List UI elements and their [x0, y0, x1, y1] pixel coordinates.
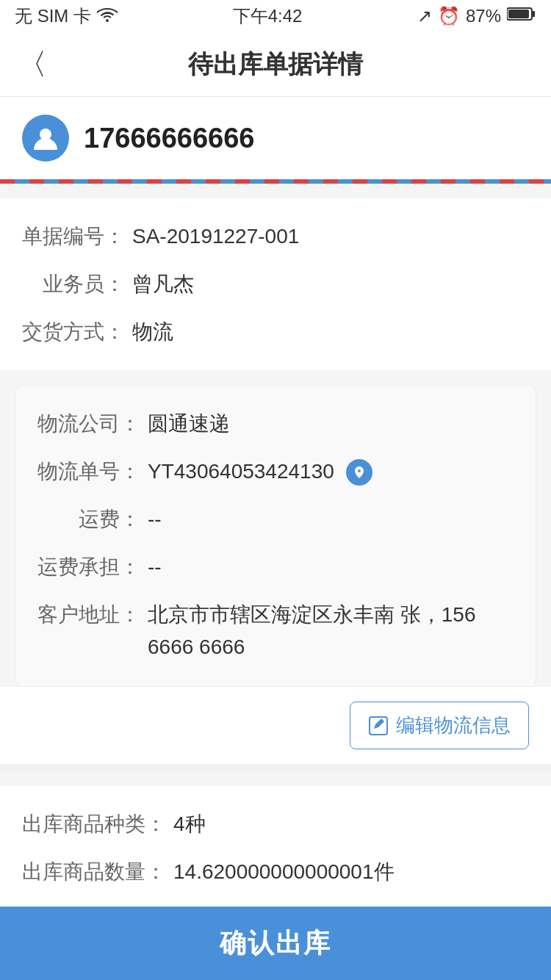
nav-bar: 〈 待出库单据详情: [0, 32, 551, 97]
tracking-no-label: 物流单号：: [37, 455, 140, 489]
address-value: 北京市市辖区海淀区永丰南 张，156 6666 6666: [148, 599, 514, 665]
salesperson-label: 业务员：: [22, 268, 125, 301]
edit-logistics-btn-wrapper: 编辑物流信息: [0, 687, 551, 764]
quantity-value: 14.620000000000001件: [173, 856, 529, 889]
separator-1: [0, 764, 551, 771]
edit-logistics-button[interactable]: 编辑物流信息: [350, 702, 529, 749]
address-row: 客户地址： 北京市市辖区海淀区永丰南 张，156 6666 6666: [37, 599, 514, 665]
delivery-method-row: 交货方式： 物流: [22, 316, 529, 349]
carrier-text: 无 SIM 卡: [15, 4, 91, 28]
confirm-btn-wrapper: 确认出库: [0, 907, 551, 980]
freight-value: --: [148, 503, 514, 536]
logistics-section: 物流公司： 圆通速递 物流单号： YT43064053424130 运费： --…: [15, 385, 536, 687]
order-no-value: SA-20191227-001: [132, 220, 529, 253]
freight-bearer-label: 运费承担：: [37, 551, 140, 584]
logistics-company-value: 圆通速递: [148, 408, 514, 441]
tracking-no-value: YT43064053424130: [148, 455, 514, 489]
location-icon[interactable]: [346, 459, 372, 486]
avatar: [22, 115, 69, 162]
svg-rect-2: [508, 10, 529, 18]
salesperson-value: 曾凡杰: [132, 268, 529, 301]
logistics-company-label: 物流公司：: [37, 408, 140, 441]
delivery-method-value: 物流: [132, 316, 529, 349]
logistics-company-row: 物流公司： 圆通速递: [37, 408, 514, 441]
alarm-icon: ⏰: [438, 6, 460, 26]
salesperson-row: 业务员： 曾凡杰: [22, 268, 529, 301]
delivery-method-label: 交货方式：: [22, 316, 125, 349]
freight-bearer-row: 运费承担： --: [37, 551, 514, 584]
category-label: 出库商品种类：: [22, 808, 166, 841]
page-title: 待出库单据详情: [188, 48, 363, 82]
order-info-section: 单据编号： SA-20191227-001 业务员： 曾凡杰 交货方式： 物流: [0, 198, 551, 370]
quantity-row: 出库商品数量： 14.620000000000001件: [22, 856, 529, 889]
back-button[interactable]: 〈: [18, 44, 47, 84]
order-no-row: 单据编号： SA-20191227-001: [22, 220, 529, 253]
status-bar: 无 SIM 卡 下午4:42 ↗ ⏰ 87%: [0, 0, 551, 32]
freight-label: 运费：: [37, 503, 140, 536]
address-label: 客户地址：: [37, 599, 140, 632]
battery-icon: [507, 6, 536, 26]
quantity-label: 出库商品数量：: [22, 856, 166, 889]
order-no-label: 单据编号：: [22, 220, 125, 253]
category-row: 出库商品种类： 4种: [22, 808, 529, 841]
customer-header: 17666666666: [0, 97, 551, 179]
status-right: ↗ ⏰ 87%: [417, 6, 536, 26]
time-text: 下午4:42: [233, 4, 303, 28]
deco-line: [0, 179, 551, 184]
confirm-outbound-button[interactable]: 确认出库: [0, 907, 551, 980]
battery-text: 87%: [466, 6, 501, 26]
outbound-stats-section: 出库商品种类： 4种 出库商品数量： 14.620000000000001件: [0, 786, 551, 904]
svg-rect-1: [532, 11, 535, 17]
location-status-icon: ↗: [417, 6, 432, 26]
tracking-no-row: 物流单号： YT43064053424130: [37, 455, 514, 489]
wifi-icon: [97, 6, 118, 26]
status-left: 无 SIM 卡: [15, 4, 118, 28]
customer-phone: 17666666666: [84, 123, 254, 154]
freight-bearer-value: --: [148, 551, 514, 584]
edit-logistics-label: 编辑物流信息: [396, 713, 511, 738]
category-value: 4种: [173, 808, 529, 841]
freight-row: 运费： --: [37, 503, 514, 536]
